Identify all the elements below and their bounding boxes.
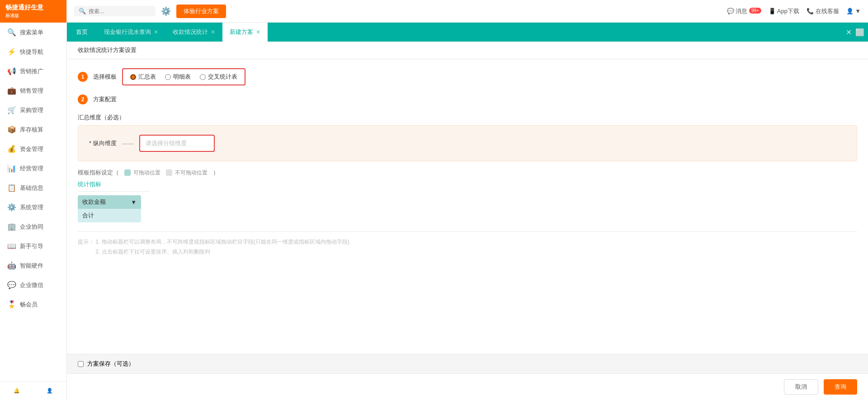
sidebar: 畅捷通好生意 标准版 🔍搜索菜单⚡快捷导航📢营销推广💼销售管理🛒采购管理📦库存核…	[0, 0, 67, 400]
sidebar-item-3[interactable]: 💼销售管理	[0, 81, 66, 100]
close-newplan-icon[interactable]: ✕	[256, 29, 260, 35]
sidebar-bottom: 🔔 👤	[0, 381, 66, 400]
dim-select[interactable]: 请选择分组维度	[139, 135, 215, 152]
metrics-header: 模板指标设定（ 可拖动位置 不可拖动位置 ）	[78, 169, 857, 177]
save-checkbox[interactable]	[78, 361, 84, 367]
maximize-icon[interactable]: ⬜	[855, 28, 864, 37]
sidebar-label-1: 快捷导航	[20, 48, 43, 56]
sidebar-label-13: 企业微信	[20, 281, 43, 289]
step2-circle: 2	[78, 94, 88, 104]
close-window-icon[interactable]: ✕	[846, 28, 852, 37]
sidebar-label-9: 系统管理	[20, 203, 43, 212]
tip-2: 2. 点击标题栏下拉可设置排序、插入列和删除列	[78, 247, 857, 257]
footer-bar: 取消 查询	[67, 373, 868, 400]
metric-name: 收款金额	[82, 198, 106, 206]
sidebar-label-0: 搜索菜单	[20, 28, 43, 37]
page-title: 收款情况统计方案设置	[67, 42, 868, 59]
sidebar-item-2[interactable]: 📢营销推广	[0, 61, 66, 81]
sidebar-icon-2: 📢	[7, 67, 16, 75]
tab-new-plan[interactable]: 新建方案 ✕	[222, 23, 268, 42]
sidebar-item-14[interactable]: 🎖️畅会员	[0, 295, 66, 314]
download-icon[interactable]: 📱 App下载	[769, 7, 799, 15]
config-section: 汇总维度（必选） * 纵向维度 —— 请选择分组维度 模板指标设定（	[78, 113, 857, 262]
step2-row: 2 方案配置	[78, 94, 857, 104]
sidebar-item-11[interactable]: 📖新手引导	[0, 236, 66, 256]
sidebar-icon-7: 📊	[7, 164, 16, 173]
sidebar-label-11: 新手引导	[20, 242, 43, 250]
sidebar-item-12[interactable]: 🤖智能硬件	[0, 256, 66, 275]
sidebar-icon-5: 📦	[7, 125, 16, 134]
sidebar-icon-6: 💰	[7, 145, 16, 153]
search-box[interactable]: 🔍	[74, 6, 156, 16]
sidebar-icon-4: 🛒	[7, 106, 16, 114]
support-icon[interactable]: 📞 在线客服	[807, 7, 839, 15]
summary-dim-label: 汇总维度（必选）	[78, 113, 857, 122]
metrics-group-label: 统计指标	[78, 180, 150, 192]
save-section: 方案保存（可选）	[67, 354, 868, 373]
sidebar-icon-11: 📖	[7, 242, 16, 250]
metric-dropdown-icon[interactable]: ▼	[131, 199, 137, 206]
metric-item-body: 合计	[78, 209, 141, 222]
radio-detail[interactable]: 明细表	[165, 73, 191, 81]
template-section: 汇总表 明细表 交叉统计表	[122, 68, 245, 85]
search-input[interactable]	[89, 8, 147, 14]
sidebar-item-6[interactable]: 💰资金管理	[0, 139, 66, 159]
sidebar-icon-3: 💼	[7, 86, 16, 95]
dim-area: * 纵向维度 —— 请选择分组维度	[78, 125, 857, 161]
sidebar-icon-0: 🔍	[7, 28, 16, 37]
sidebar-label-12: 智能硬件	[20, 262, 43, 270]
sidebar-icon-1: ⚡	[7, 47, 16, 56]
radio-summary[interactable]: 汇总表	[130, 73, 156, 81]
sidebar-item-4[interactable]: 🛒采购管理	[0, 100, 66, 120]
sidebar-item-7[interactable]: 📊经营管理	[0, 159, 66, 178]
tip-1: 提示： 1. 拖动标题栏可以调整布局，不可跨维度或指标区域拖动栏目字段(只能在同…	[78, 237, 857, 247]
step1-circle: 1	[78, 72, 88, 82]
search-icon: 🔍	[79, 8, 86, 14]
save-label[interactable]: 方案保存（可选）	[87, 360, 134, 368]
tab-home[interactable]: 首页	[67, 23, 97, 42]
tab-cashflow[interactable]: 现金银行流水查询 ✕	[97, 23, 165, 42]
sidebar-item-10[interactable]: 🏢企业协同	[0, 217, 66, 236]
non-draggable-legend: 不可拖动位置	[166, 169, 208, 177]
app-name: 畅捷通好生意	[5, 4, 43, 12]
tab-collection[interactable]: 收款情况统计 ✕	[165, 23, 222, 42]
metrics-setting-label: 模板指标设定（	[78, 169, 119, 177]
non-draggable-box	[166, 169, 172, 176]
sidebar-item-1[interactable]: ⚡快捷导航	[0, 42, 66, 61]
main-area: 🔍 ⚙️ 体验行业方案 💬 消息 99+ 📱 App下载 📞 在线客服 👤 ▼ …	[67, 0, 868, 400]
draggable-box	[124, 169, 131, 176]
sidebar-item-5[interactable]: 📦库存核算	[0, 120, 66, 139]
messages-icon[interactable]: 💬 消息 99+	[727, 7, 761, 15]
sidebar-label-8: 基础信息	[20, 184, 43, 192]
user-avatar[interactable]: 👤 ▼	[846, 8, 861, 14]
industry-btn[interactable]: 体验行业方案	[176, 5, 226, 18]
metrics-section: 模板指标设定（ 可拖动位置 不可拖动位置 ） 统计指标	[78, 169, 857, 222]
metric-item[interactable]: 收款金额 ▼ 合计	[78, 195, 141, 222]
sidebar-label-3: 销售管理	[20, 87, 43, 95]
step1-row: 1 选择模板 汇总表 明细表 交叉统计表	[78, 68, 857, 85]
sidebar-bottom-left[interactable]: 🔔	[0, 385, 33, 396]
draggable-label: 可拖动位置	[133, 169, 160, 177]
tips-section: 提示： 1. 拖动标题栏可以调整布局，不可跨维度或指标区域拖动栏目字段(只能在同…	[78, 231, 857, 262]
settings-icon[interactable]: ⚙️	[161, 6, 171, 16]
sidebar-label-7: 经营管理	[20, 165, 43, 173]
sidebar-item-9[interactable]: ⚙️系统管理	[0, 198, 66, 217]
draggable-legend: 可拖动位置	[124, 169, 160, 177]
sidebar-item-0[interactable]: 🔍搜索菜单	[0, 23, 66, 42]
sidebar-item-8[interactable]: 📋基础信息	[0, 178, 66, 198]
close-collection-icon[interactable]: ✕	[211, 29, 215, 35]
form-container: 1 选择模板 汇总表 明细表 交叉统计表	[67, 59, 868, 354]
cancel-button[interactable]: 取消	[784, 379, 818, 395]
metric-item-header[interactable]: 收款金额 ▼	[78, 195, 141, 209]
messages-badge: 99+	[749, 8, 761, 14]
sidebar-bottom-right[interactable]: 👤	[33, 385, 67, 396]
dim-row: * 纵向维度 —— 请选择分组维度	[89, 135, 846, 152]
query-button[interactable]: 查询	[824, 379, 857, 395]
close-cashflow-icon[interactable]: ✕	[154, 29, 158, 35]
topbar-right: 💬 消息 99+ 📱 App下载 📞 在线客服 👤 ▼	[727, 7, 861, 15]
sidebar-label-4: 采购管理	[20, 106, 43, 114]
app-version: 标准版	[5, 13, 43, 19]
sidebar-item-13[interactable]: 💬企业微信	[0, 275, 66, 295]
sidebar-label-10: 企业协同	[20, 223, 43, 231]
radio-cross[interactable]: 交叉统计表	[200, 73, 237, 81]
